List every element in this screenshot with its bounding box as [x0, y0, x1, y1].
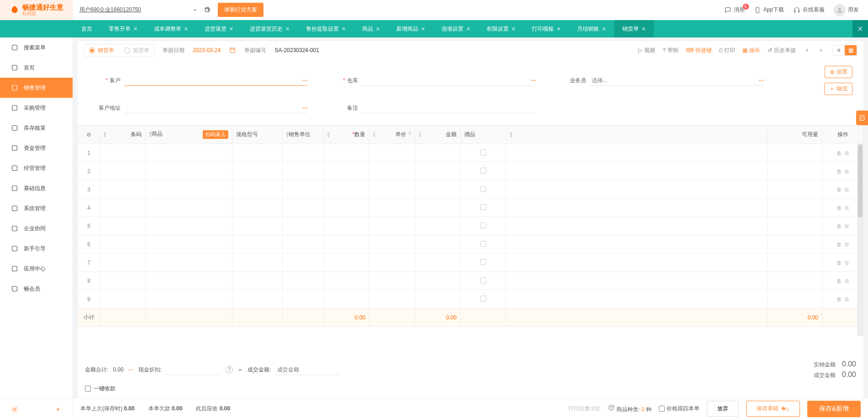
gift-checkbox[interactable] — [480, 277, 486, 283]
table-scrollbar[interactable] — [857, 143, 863, 336]
copy-row-icon[interactable]: ⧉ — [845, 186, 849, 193]
gift-checkbox[interactable] — [480, 223, 486, 228]
close-icon[interactable]: ✕ — [466, 26, 470, 32]
close-icon[interactable]: ✕ — [133, 26, 137, 32]
sidebar-item-3[interactable]: 采购管理 — [0, 98, 73, 118]
view-toggle[interactable]: ≡ ▦ — [832, 45, 857, 56]
addr-input[interactable] — [124, 102, 307, 113]
tab-10[interactable]: 打印模板✕ — [524, 20, 569, 37]
close-icon[interactable]: ✕ — [376, 26, 380, 32]
radio-return[interactable] — [124, 48, 130, 53]
col-qty[interactable]: ▲▼*数量 — [324, 126, 369, 144]
tab-11[interactable]: 月结锁账✕ — [569, 20, 614, 37]
col-gift[interactable]: ▲▼赠品 — [461, 126, 506, 144]
discount-input[interactable] — [166, 364, 221, 375]
close-all-tabs-button[interactable] — [852, 20, 868, 37]
delete-row-icon[interactable]: 🗑 — [836, 205, 842, 211]
copy-row-icon[interactable]: ⧉ — [845, 260, 849, 266]
logistics-button[interactable]: ＋ 物流 — [824, 83, 852, 95]
close-icon[interactable]: ✕ — [421, 26, 425, 32]
tab-4[interactable]: 进货退货历史✕ — [242, 20, 298, 37]
gift-checkbox[interactable] — [480, 186, 486, 192]
print-link[interactable]: ⎙ 打印 — [719, 47, 735, 54]
sidebar-item-1[interactable]: 首页 — [0, 58, 73, 78]
radio-sale[interactable] — [89, 48, 95, 53]
delete-row-icon[interactable]: 🗑 — [836, 241, 842, 248]
user-menu[interactable]: 用友 — [834, 4, 859, 16]
warehouse-input[interactable] — [362, 75, 535, 86]
tab-3[interactable]: 进货退货✕ — [196, 20, 242, 37]
table-row[interactable]: 4🗑⧉ — [78, 199, 863, 217]
sidebar-item-9[interactable]: 企业协同 — [0, 218, 73, 239]
sidebar-item-4[interactable]: 库存核算 — [0, 118, 73, 138]
side-drawer-toggle[interactable] — [856, 111, 868, 125]
try-industry-button[interactable]: 体验行业方案 — [218, 3, 263, 17]
help-link[interactable]: ? 帮助 — [663, 47, 679, 54]
table-row[interactable]: 5🗑⧉ — [78, 217, 863, 235]
price-track-checkbox[interactable]: 价格跟踪本单 — [659, 405, 700, 413]
gift-checkbox[interactable] — [480, 168, 486, 174]
video-link[interactable]: ▷ 视频 — [638, 47, 655, 54]
close-icon[interactable]: ✕ — [342, 26, 346, 32]
customer-picker-icon[interactable]: ⋯ — [302, 77, 308, 84]
help-icon[interactable]: ? — [226, 366, 233, 373]
col-spec[interactable]: ▲▼规格型号 — [232, 126, 283, 144]
grid-view-icon[interactable]: ▦ — [845, 45, 857, 55]
copy-row-icon[interactable]: ⧉ — [845, 223, 849, 229]
col-price[interactable]: ▲▼单价 ? — [369, 126, 415, 144]
doc-date-value[interactable]: 2023-03-24 — [193, 47, 221, 53]
tenant-selector[interactable]: 用户690企业1660120750 — [79, 6, 199, 14]
col-product[interactable]: ▲▼*商品扫码录入 — [146, 126, 232, 144]
gear-icon[interactable] — [203, 6, 210, 14]
hotkey-link[interactable]: ⌨ 快捷键 — [686, 47, 712, 54]
doc-type-toggle[interactable]: 销货单 退货单 — [84, 44, 154, 57]
sidebar-item-8[interactable]: 系统管理 — [0, 198, 73, 218]
warehouse-picker-icon[interactable]: ⋯ — [531, 77, 536, 84]
messages-button[interactable]: 消息 6 — [724, 6, 745, 14]
delete-row-icon[interactable]: 🗑 — [836, 186, 842, 193]
tab-6[interactable]: 商品✕ — [354, 20, 388, 37]
copy-row-icon[interactable]: ⧉ — [845, 296, 849, 302]
close-icon[interactable]: ✕ — [229, 26, 233, 32]
col-avail[interactable]: 可用量 — [768, 126, 822, 144]
table-row[interactable]: 1🗑⧉ — [78, 144, 863, 162]
delete-row-icon[interactable]: 🗑 — [836, 260, 842, 266]
customer-input[interactable] — [124, 75, 307, 86]
copy-row-icon[interactable]: ⧉ — [845, 241, 849, 248]
table-row[interactable]: 2🗑⧉ — [78, 162, 863, 180]
tab-9[interactable]: 权限设置✕ — [479, 20, 524, 37]
settings-button[interactable]: ⚙ 设置 — [825, 66, 852, 78]
remark-input[interactable] — [362, 102, 535, 113]
one-click-collect[interactable]: 一键收款 — [85, 385, 116, 392]
save-new-button[interactable]: 保存&新增 — [807, 401, 861, 417]
sidebar-item-11[interactable]: 应用中心 — [0, 259, 73, 279]
close-icon[interactable]: ✕ — [511, 26, 516, 32]
gift-checkbox[interactable] — [480, 204, 486, 210]
copy-row-icon[interactable]: ⧉ — [845, 150, 849, 156]
sidebar-item-6[interactable]: 经营管理 — [0, 158, 73, 178]
delete-row-icon[interactable]: 🗑 — [836, 296, 842, 302]
delete-row-icon[interactable]: 🗑 — [836, 223, 842, 229]
brand-logo[interactable]: 畅捷通好生意 精易版 — [0, 0, 73, 20]
list-view-icon[interactable]: ≡ — [833, 45, 845, 55]
support-button[interactable]: 在线客服 — [793, 6, 825, 14]
sidebar-item-2[interactable]: 销售管理 — [0, 78, 73, 98]
ops-link[interactable]: ▦ 操作 — [742, 47, 760, 54]
delete-row-icon[interactable]: 🗑 — [836, 168, 842, 175]
table-row[interactable]: 7🗑⧉ — [78, 254, 863, 272]
tab-2[interactable]: 成本调整单✕ — [146, 20, 196, 37]
tab-12[interactable]: 销货单✕ — [614, 20, 654, 37]
collapse-icon[interactable] — [54, 406, 62, 413]
gift-checkbox[interactable] — [480, 149, 486, 155]
col-barcode[interactable]: ▲▼条码 — [100, 126, 146, 144]
table-row[interactable]: 6🗑⧉ — [78, 235, 863, 254]
copy-row-icon[interactable]: ⧉ — [845, 168, 849, 175]
tab-5[interactable]: 售价提取设置✕ — [298, 20, 354, 37]
close-icon[interactable]: ✕ — [602, 26, 606, 32]
sidebar-item-10[interactable]: 新手引导 — [0, 239, 73, 259]
table-row[interactable]: 8🗑⧉ — [78, 272, 863, 290]
close-icon[interactable]: ✕ — [557, 26, 561, 32]
history-link[interactable]: ↺ 历史单据 — [768, 47, 796, 54]
addr-picker-icon[interactable]: ⋯ — [302, 105, 308, 111]
tab-7[interactable]: 新增商品✕ — [388, 20, 433, 37]
